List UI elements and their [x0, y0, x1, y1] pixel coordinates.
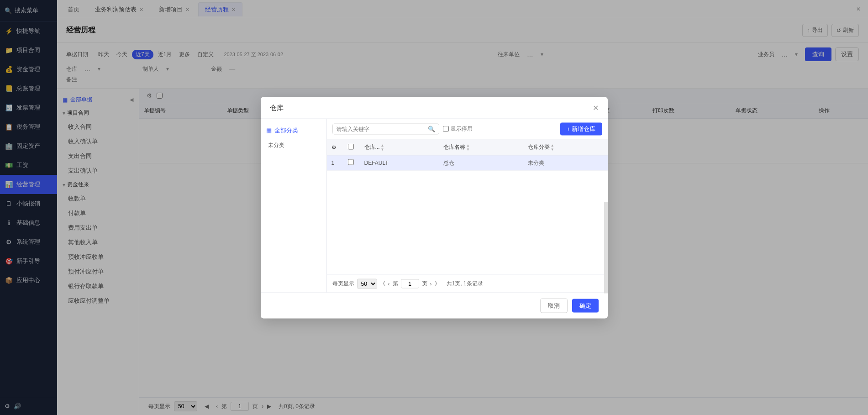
row-check[interactable]	[343, 155, 360, 171]
modal-pagination: 每页显示 50 《 ‹ 第 页 › 》 共1页, 1条记录	[327, 274, 608, 292]
modal-page-unit: 页	[422, 280, 427, 288]
row-category: 未分类	[523, 155, 608, 171]
col-warehouse-name-label: 仓库名称	[443, 143, 465, 151]
col-check	[343, 139, 360, 155]
col-settings: ⚙	[327, 139, 343, 155]
add-warehouse-button[interactable]: + 新增仓库	[560, 122, 602, 135]
show-disabled-label: 显示停用	[451, 125, 473, 133]
col-warehouse-code-label: 仓库...	[364, 143, 380, 151]
modal-next-btn[interactable]: ›	[430, 280, 432, 287]
modal-left-panel: ▦ 全部分类 未分类	[261, 119, 327, 292]
modal-page-input[interactable]	[401, 279, 419, 288]
category-grid-icon: ▦	[266, 127, 272, 134]
modal-body: ▦ 全部分类 未分类 🔍 显示停用 + 新增仓库	[261, 119, 608, 292]
modal-per-page-label: 每页显示	[332, 280, 354, 288]
col-warehouse-code: 仓库... ▲▼	[360, 139, 439, 155]
col-settings-icon: ⚙	[331, 144, 337, 150]
sort-arrows-name: ▲▼	[466, 143, 470, 151]
col-warehouse-category-label: 仓库分类	[528, 143, 550, 151]
modal-prev-btn[interactable]: ‹	[388, 280, 390, 287]
modal-table-row[interactable]: 1 DEFAULT 总仓 未分类	[327, 155, 608, 171]
col-warehouse-category: 仓库分类 ▲▼	[523, 139, 608, 155]
cancel-button[interactable]: 取消	[540, 298, 568, 313]
modal-toolbar: 🔍 显示停用 + 新增仓库	[327, 119, 608, 139]
sort-arrows-category: ▲▼	[551, 143, 554, 151]
modal-select-all[interactable]	[348, 143, 354, 149]
modal-first-btn[interactable]: 《	[380, 280, 385, 288]
warehouse-modal: 仓库 ✕ ▦ 全部分类 未分类 🔍 显示停用	[261, 97, 608, 318]
sort-arrows-code: ▲▼	[381, 143, 384, 151]
col-warehouse-name: 仓库名称 ▲▼	[439, 139, 523, 155]
modal-page-label: 第	[393, 280, 398, 288]
modal-right-panel: 🔍 显示停用 + 新增仓库 ⚙	[327, 119, 608, 292]
row-num: 1	[327, 155, 343, 171]
confirm-button[interactable]: 确定	[572, 299, 599, 312]
disabled-checkbox-input[interactable]	[443, 126, 449, 132]
row-code: DEFAULT	[360, 155, 439, 171]
modal-scrollbar[interactable]	[604, 202, 608, 293]
modal-footer: 取消 确定	[261, 292, 608, 318]
modal-search-input[interactable]	[333, 124, 424, 134]
modal-last-btn[interactable]: 》	[435, 280, 440, 288]
row-name: 总仓	[439, 155, 523, 171]
all-category-label: 全部分类	[274, 126, 298, 134]
modal-category-未分类[interactable]: 未分类	[261, 138, 326, 152]
modal-close-button[interactable]: ✕	[593, 103, 599, 112]
modal-total-text: 共1页, 1条记录	[447, 280, 483, 288]
modal-title: 仓库	[270, 103, 284, 112]
modal-per-page-select[interactable]: 50	[357, 278, 377, 289]
modal-header: 仓库 ✕	[261, 97, 608, 119]
modal-all-category[interactable]: ▦ 全部分类	[261, 122, 326, 138]
modal-search-icon: 🔍	[424, 126, 439, 132]
modal-table: ⚙ 仓库... ▲▼ 仓库名称 ▲	[327, 139, 608, 274]
show-disabled-checkbox[interactable]: 显示停用	[443, 125, 473, 133]
